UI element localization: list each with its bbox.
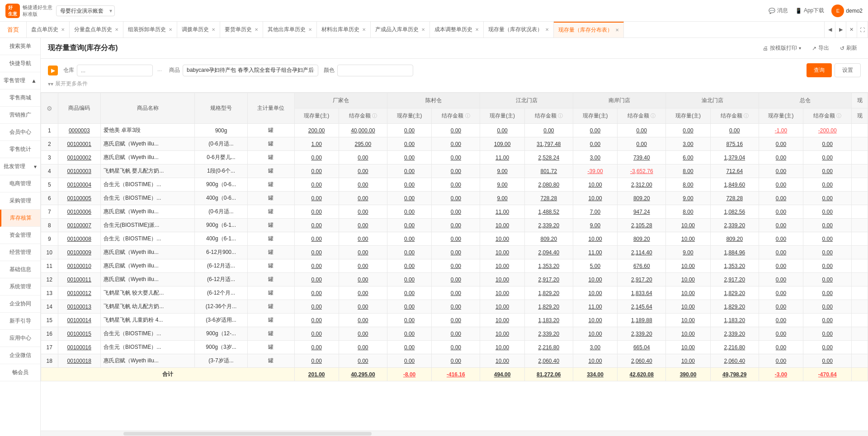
cell-yb-s[interactable]: 10.00 bbox=[666, 354, 710, 368]
sidebar-item-retail-stats[interactable]: 零售统计 bbox=[0, 141, 40, 158]
footer-na-a[interactable]: 42,620.08 bbox=[618, 368, 666, 381]
cell-zc-s[interactable]: 0.00 bbox=[759, 300, 803, 314]
cell-zc-a[interactable]: 0.00 bbox=[803, 273, 852, 286]
cell-cc-a[interactable]: 0.00 bbox=[432, 219, 480, 232]
cell-zc-s[interactable]: 0.00 bbox=[759, 273, 803, 286]
sidebar-item-business[interactable]: 经营管理 bbox=[0, 244, 40, 261]
cell-yb-a[interactable]: 712.64 bbox=[710, 164, 759, 178]
cell-jb-a[interactable]: 2,339.20 bbox=[524, 219, 573, 232]
cell-yb-s[interactable]: 9.00 bbox=[666, 192, 710, 205]
setting-btn[interactable]: 设置 bbox=[835, 63, 861, 77]
info-icon-na[interactable]: ⓘ bbox=[651, 113, 656, 118]
tab-home[interactable]: 首页 bbox=[0, 22, 27, 38]
cell-jb-s[interactable]: 10.00 bbox=[480, 327, 524, 341]
cell-zc-s[interactable]: 0.00 bbox=[759, 286, 803, 300]
cell-na-a[interactable]: 809.20 bbox=[618, 232, 666, 246]
cell-code[interactable]: 00100003 bbox=[58, 164, 101, 178]
info-icon-jb[interactable]: ⓘ bbox=[558, 113, 563, 118]
company-selector-wrapper[interactable]: 母婴行业演示账套 bbox=[56, 5, 115, 16]
cell-cc-a[interactable]: 0.00 bbox=[432, 137, 480, 151]
sidebar-item-nav[interactable]: 快捷导航 bbox=[0, 55, 40, 72]
tab-item-3[interactable]: 调拨单历史 ✕ bbox=[177, 22, 220, 38]
tab-item-0[interactable]: 盘点单历史 ✕ bbox=[27, 22, 70, 38]
cell-code[interactable]: 00100006 bbox=[58, 205, 101, 219]
cell-zc-a[interactable]: 0.00 bbox=[803, 300, 852, 314]
cell-na-s[interactable]: 3.00 bbox=[573, 151, 617, 164]
footer-fj-a[interactable]: 40,295.00 bbox=[339, 368, 387, 381]
cell-na-a[interactable]: 2,339.20 bbox=[618, 327, 666, 341]
cell-jb-s[interactable]: 10.00 bbox=[480, 354, 524, 368]
cell-yb-s[interactable]: 10.00 bbox=[666, 232, 710, 246]
cell-zc-a[interactable]: 0.00 bbox=[803, 341, 852, 354]
cell-jb-a[interactable]: 809.20 bbox=[524, 232, 573, 246]
cell-fj-s[interactable]: 0.00 bbox=[294, 164, 339, 178]
cell-fj-a[interactable]: 40,000.00 bbox=[339, 124, 387, 137]
cell-fj-s[interactable]: 0.00 bbox=[294, 192, 339, 205]
tab-item-8[interactable]: 成本调整单历史 ✕ bbox=[430, 22, 484, 38]
app-download-btn[interactable]: 📱 App下载 bbox=[795, 7, 824, 14]
cell-na-s[interactable]: 5.00 bbox=[573, 259, 617, 273]
cell-cc-a[interactable]: 0.00 bbox=[432, 151, 480, 164]
cell-jb-a[interactable]: 2,528.24 bbox=[524, 151, 573, 164]
tab-prev-btn[interactable]: ◀ bbox=[825, 22, 835, 38]
cell-zc-s[interactable]: 0.00 bbox=[759, 341, 803, 354]
search-btn[interactable]: 查询 bbox=[807, 63, 832, 77]
footer-cc-a[interactable]: -416.16 bbox=[432, 368, 480, 381]
cell-jb-s[interactable]: 9.00 bbox=[480, 178, 524, 192]
sidebar-item-retail-mgmt[interactable]: 零售管理 ▲ bbox=[0, 72, 40, 89]
cell-jb-a[interactable]: 728.28 bbox=[524, 192, 573, 205]
cell-fj-s[interactable]: 0.00 bbox=[294, 219, 339, 232]
cell-fj-a[interactable]: 0.00 bbox=[339, 327, 387, 341]
cell-yb-a[interactable]: 1,829.20 bbox=[710, 300, 759, 314]
cell-fj-s[interactable]: 0.00 bbox=[294, 286, 339, 300]
cell-yb-a[interactable]: 728.28 bbox=[710, 192, 759, 205]
cell-zc-s[interactable]: 0.00 bbox=[759, 314, 803, 327]
tab-item-5[interactable]: 其他出库单历史 ✕ bbox=[263, 22, 317, 38]
sidebar-item-system[interactable]: 系统管理 bbox=[0, 278, 40, 295]
cell-na-s[interactable]: 10.00 bbox=[573, 354, 617, 368]
sidebar-item-wholesale[interactable]: 批发管理 ▾ bbox=[0, 158, 40, 175]
cell-fj-a[interactable]: 0.00 bbox=[339, 314, 387, 327]
cell-na-a[interactable]: 739.40 bbox=[618, 151, 666, 164]
cell-zc-a[interactable]: 0.00 bbox=[803, 164, 852, 178]
cell-fj-s[interactable]: 0.00 bbox=[294, 246, 339, 259]
cell-zc-s[interactable]: -1.00 bbox=[759, 124, 803, 137]
cell-fj-a[interactable]: 0.00 bbox=[339, 232, 387, 246]
cell-jb-a[interactable]: 1,829.20 bbox=[524, 300, 573, 314]
cell-fj-a[interactable]: 0.00 bbox=[339, 354, 387, 368]
cell-fj-a[interactable]: 0.00 bbox=[339, 246, 387, 259]
info-icon-cc[interactable]: ⓘ bbox=[465, 113, 470, 118]
cell-fj-a[interactable]: 0.00 bbox=[339, 151, 387, 164]
info-icon-yb[interactable]: ⓘ bbox=[744, 113, 749, 118]
cell-na-a[interactable]: 809.20 bbox=[618, 192, 666, 205]
cell-jb-a[interactable]: 0.00 bbox=[524, 124, 573, 137]
cell-yb-a[interactable]: 875.16 bbox=[710, 137, 759, 151]
cell-fj-a[interactable]: 0.00 bbox=[339, 273, 387, 286]
cell-na-s[interactable]: 11.00 bbox=[573, 246, 617, 259]
cell-na-s[interactable]: 9.00 bbox=[573, 219, 617, 232]
cell-code[interactable]: 00100013 bbox=[58, 300, 101, 314]
cell-na-a[interactable]: 2,105.28 bbox=[618, 219, 666, 232]
cell-jb-s[interactable]: 10.00 bbox=[480, 341, 524, 354]
cell-cc-s[interactable]: 0.00 bbox=[387, 151, 432, 164]
cell-fj-s[interactable]: 0.00 bbox=[294, 178, 339, 192]
cell-zc-a[interactable]: 0.00 bbox=[803, 286, 852, 300]
cell-na-s[interactable]: 11.00 bbox=[573, 300, 617, 314]
cell-na-s[interactable]: 10.00 bbox=[573, 327, 617, 341]
cell-fj-a[interactable]: 0.00 bbox=[339, 178, 387, 192]
cell-na-s[interactable]: 10.00 bbox=[573, 273, 617, 286]
cell-jb-s[interactable]: 10.00 bbox=[480, 314, 524, 327]
tab-item-10[interactable]: 现存量（库存分布表） ✕ bbox=[554, 22, 624, 38]
cell-fj-s[interactable]: 0.00 bbox=[294, 314, 339, 327]
cell-fj-s[interactable]: 1.00 bbox=[294, 137, 339, 151]
cell-cc-a[interactable]: 0.00 bbox=[432, 314, 480, 327]
cell-zc-s[interactable]: 0.00 bbox=[759, 178, 803, 192]
cell-na-s[interactable]: 10.00 bbox=[573, 232, 617, 246]
cell-cc-a[interactable]: 0.00 bbox=[432, 259, 480, 273]
cell-yb-a[interactable]: 2,216.80 bbox=[710, 341, 759, 354]
tab-close-3[interactable]: ✕ bbox=[212, 27, 215, 32]
cell-jb-a[interactable]: 31,797.48 bbox=[524, 137, 573, 151]
cell-cc-s[interactable]: 0.00 bbox=[387, 314, 432, 327]
cell-na-s[interactable]: 0.00 bbox=[573, 137, 617, 151]
cell-cc-a[interactable]: 0.00 bbox=[432, 246, 480, 259]
